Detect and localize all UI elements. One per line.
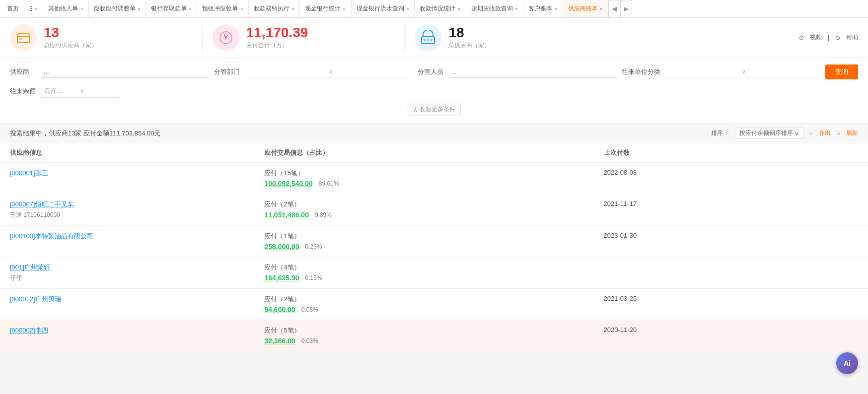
tx-amount[interactable]: 100,092,540.00 xyxy=(264,180,312,188)
payable-suppliers-icon xyxy=(10,24,37,51)
nav-tab-bank-deposit-label: 银行存取款单 xyxy=(151,4,187,13)
supplier-name-link[interactable]: [000012]广州贝瑞 xyxy=(10,295,61,303)
person-filter-input[interactable] xyxy=(448,66,617,78)
nav-tab-overdue[interactable]: 超期应收款查询 × xyxy=(466,0,523,18)
close-icon[interactable]: × xyxy=(600,6,603,12)
stat-block-total-suppliers: 18 总供应商（家） xyxy=(405,24,789,51)
refresh-button[interactable]: 刷新 xyxy=(846,129,858,137)
tx-amount-row: 258,000.00 0.23% xyxy=(264,243,603,251)
nav-tab-other-income[interactable]: 其他收入单 × xyxy=(43,0,88,18)
nav-tab-cash-stats[interactable]: 现金银行统计 × xyxy=(300,0,351,18)
nav-tab-adjustment[interactable]: 应收应付调整单 × xyxy=(89,0,146,18)
filter-person: 分管人员 xyxy=(418,66,617,78)
supplier-name-link[interactable]: [000100]本特勤油品有限公司 xyxy=(10,232,93,240)
table-row: [000001]张三 应付（15笔） 100,092,540.00 89.61%… xyxy=(0,163,868,194)
nav-right-arrow[interactable]: ▶ xyxy=(620,0,632,18)
filter-dept: 分管部门 ∨ xyxy=(214,66,413,77)
tx-pct: 0.23% xyxy=(305,243,322,250)
tx-label: 应付（2笔） xyxy=(264,295,300,304)
tx-row: 应付（2笔） xyxy=(264,295,603,304)
tx-label: 应付（15笔） xyxy=(264,169,303,178)
nav-tab-advance[interactable]: 预收冲应收单 × xyxy=(197,0,248,18)
total-suppliers-number: 18 xyxy=(448,25,490,41)
supplier-info-col: [000007]恒旺二手叉车 王通 17106110000 xyxy=(10,200,264,219)
close-icon[interactable]: × xyxy=(80,6,83,12)
svg-rect-6 xyxy=(427,39,429,41)
close-icon[interactable]: × xyxy=(406,6,409,12)
supplier-info-col: [000001]张三 xyxy=(10,169,264,178)
nav-tab-payment-verify-label: 收款核销执行 xyxy=(254,4,289,13)
nav-tab-advance-label: 预收冲应收单 xyxy=(202,4,238,13)
nav-tab-bank-deposit[interactable]: 银行存取款单 × xyxy=(146,0,197,18)
nav-tab-supplier-account[interactable]: 供应商账本 × xyxy=(563,0,608,18)
table-row: [000100]本特勤油品有限公司 应付（1笔） 258,000.00 0.23… xyxy=(0,226,868,257)
nav-tab-3[interactable]: 3 × xyxy=(24,0,43,18)
svg-rect-5 xyxy=(424,39,426,41)
supplier-info-col: [000002]李四 xyxy=(10,326,264,335)
table-row: [001]广州荣轩 仔仔 应付（4笔） 164,635.90 0.15% xyxy=(0,257,868,289)
tx-amount[interactable]: 94,600.00 xyxy=(264,306,295,314)
close-icon[interactable]: × xyxy=(35,6,38,12)
stat-text-payable-total: 11,170.39 应付合计（万） xyxy=(246,25,308,50)
tx-row: 应付（5笔） xyxy=(264,326,603,335)
result-summary: 搜索结果中，供应商13家 应付金额111,703,854.00元 xyxy=(10,129,160,138)
collapse-button[interactable]: ∧ 收起更多条件 xyxy=(408,103,461,116)
tx-amount[interactable]: 11,051,486.00 xyxy=(264,211,309,219)
transaction-col: 应付（4笔） 164,635.90 0.15% xyxy=(264,263,603,282)
supplier-name-link[interactable]: [000002]李四 xyxy=(10,327,48,334)
nav-tab-payment-verify[interactable]: 收款核销执行 × xyxy=(249,0,300,18)
help-link[interactable]: 帮助 xyxy=(846,33,858,42)
supplier-filter-input[interactable] xyxy=(41,66,209,78)
supplier-info-col: [000012]广州贝瑞 xyxy=(10,295,264,304)
close-icon[interactable]: × xyxy=(138,6,141,12)
close-icon[interactable]: × xyxy=(343,6,346,12)
total-suppliers-icon xyxy=(415,24,441,51)
sort-select[interactable]: 按应付余额倒序排序 ∨ xyxy=(735,128,803,139)
tx-pct: 0.03% xyxy=(301,337,318,344)
stat-text-total-suppliers: 18 总供应商（家） xyxy=(448,25,490,50)
tx-amount[interactable]: 164,635.90 xyxy=(264,274,299,282)
category-filter-select[interactable]: ∨ xyxy=(663,66,821,77)
close-icon[interactable]: × xyxy=(457,6,460,12)
table-row: [000002]李四 应付（5笔） 32,366.00 0.03% 2020-1… xyxy=(0,320,868,351)
nav-tab-other-income-label: 其他收入单 xyxy=(48,4,78,13)
supplier-name-link[interactable]: [001]广州荣轩 xyxy=(10,263,50,271)
payable-total-icon: ¥ xyxy=(213,24,239,51)
tx-label: 应付（4笔） xyxy=(264,263,300,272)
tx-pct: 0.15% xyxy=(305,274,322,281)
nav-tab-customer-account[interactable]: 客户账本 × xyxy=(523,0,563,18)
balance-filter-select[interactable]: 选择... ∨ xyxy=(41,84,119,98)
close-icon[interactable]: × xyxy=(554,6,557,12)
transaction-col: 应付（5笔） 32,366.00 0.03% xyxy=(264,326,603,345)
video-link[interactable]: 视频 xyxy=(810,33,822,42)
tx-amount[interactable]: 258,000.00 xyxy=(264,243,299,251)
chevron-down-icon: ∨ xyxy=(329,68,410,75)
dept-filter-label: 分管部门 xyxy=(214,67,242,76)
tx-pct: 9.89% xyxy=(315,211,332,218)
svg-text:¥: ¥ xyxy=(223,34,228,42)
transaction-col: 应付（1笔） 258,000.00 0.23% xyxy=(264,232,603,251)
nav-tab-payment-stats[interactable]: 收款情况统计 × xyxy=(415,0,466,18)
nav-tab-cash-flow[interactable]: 现金银行流水查询 × xyxy=(352,0,415,18)
close-icon[interactable]: × xyxy=(291,6,294,12)
filter-supplier: 供应商 xyxy=(10,66,209,78)
supplier-name-link[interactable]: [000007]恒旺二手叉车 xyxy=(10,200,74,208)
result-bar: 搜索结果中，供应商13家 应付金额111,703,854.00元 排序： 按应付… xyxy=(0,124,868,143)
supplier-name-link[interactable]: [000001]张三 xyxy=(10,169,48,177)
nav-tab-overdue-label: 超期应收款查询 xyxy=(471,4,513,13)
table-row: [000012]广州贝瑞 应付（2笔） 94,600.00 0.08% 2021… xyxy=(0,289,868,320)
export-button[interactable]: 导出 xyxy=(819,129,831,137)
nav-tab-home[interactable]: 首页 xyxy=(2,0,24,18)
nav-left-arrow[interactable]: ◀ xyxy=(608,0,620,18)
supplier-info-col: [000100]本特勤油品有限公司 xyxy=(10,232,264,241)
close-icon[interactable]: × xyxy=(515,6,518,12)
query-button[interactable]: 查询 xyxy=(825,65,858,79)
nav-tab-adjustment-label: 应收应付调整单 xyxy=(94,4,136,13)
dept-filter-select[interactable]: ∨ xyxy=(245,66,413,77)
tx-amount[interactable]: 32,366.00 xyxy=(264,337,295,345)
transaction-col: 应付（2笔） 11,051,486.00 9.89% xyxy=(264,200,603,219)
close-icon[interactable]: × xyxy=(189,6,192,12)
filter-row-1: 供应商 分管部门 ∨ 分管人员 往来单位分类 ∨ 查询 xyxy=(10,65,858,79)
last-payment-col: 2022-08-08 xyxy=(604,169,858,176)
close-icon[interactable]: × xyxy=(240,6,243,12)
